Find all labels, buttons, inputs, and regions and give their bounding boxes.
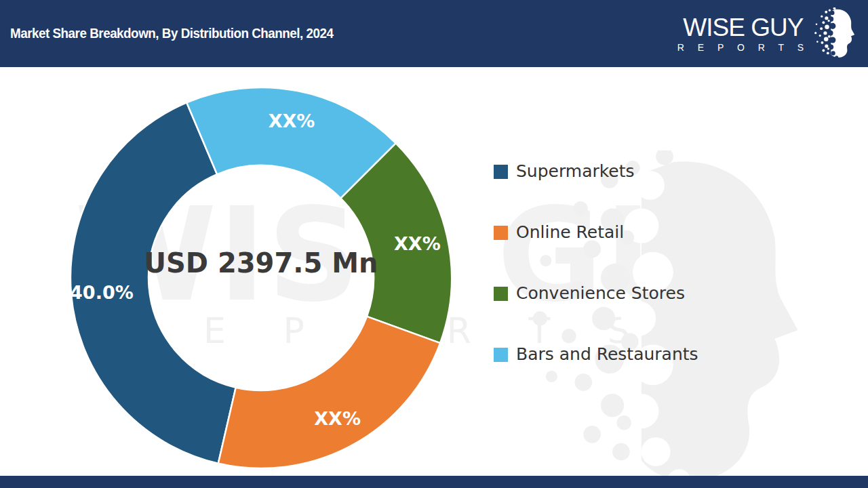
segment-value-label: XX% — [314, 408, 361, 429]
legend-item: Supermarkets — [494, 163, 698, 180]
donut-segment-online-retail — [218, 317, 440, 468]
logo-face-icon — [810, 7, 859, 60]
legend-swatch-convenience-stores — [494, 287, 508, 301]
segment-value-label: XX% — [269, 110, 315, 131]
segment-value-label: XX% — [394, 232, 441, 253]
legend-item: Convenience Stores — [494, 285, 698, 302]
footer-bar — [0, 476, 868, 488]
logo-wordmark: WISE GUY — [683, 15, 803, 41]
legend-label: Supermarkets — [516, 163, 635, 180]
page-title: Market Share Breakdown, By Distribution … — [10, 26, 334, 41]
legend-label: Online Retail — [516, 224, 624, 241]
logo-text: WISE GUY R E P O R T S — [677, 15, 809, 53]
segment-value-label: 40.0% — [70, 281, 134, 302]
legend-label: Bars and Restaurants — [516, 346, 698, 363]
page: WISE GU E P O R T S USD 2397.5 Mn 40.0%X… — [0, 0, 868, 488]
legend-item: Online Retail — [494, 224, 698, 241]
legend-swatch-supermarkets — [494, 165, 508, 179]
chart-legend: Supermarkets Online Retail Convenience S… — [494, 163, 698, 407]
legend-item: Bars and Restaurants — [494, 346, 698, 363]
legend-label: Convenience Stores — [516, 285, 685, 302]
legend-swatch-bars-restaurants — [494, 348, 508, 362]
legend-swatch-online-retail — [494, 226, 508, 240]
header-bar: Market Share Breakdown, By Distribution … — [0, 0, 868, 67]
logo-subtitle: R E P O R T S — [677, 42, 809, 53]
wise-guy-logo: WISE GUY R E P O R T S — [677, 7, 859, 60]
